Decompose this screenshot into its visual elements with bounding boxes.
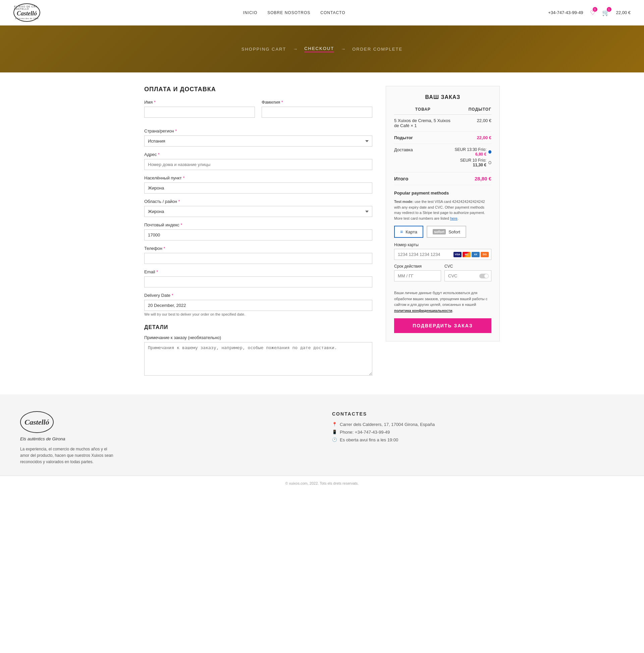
- email-input[interactable]: [144, 276, 372, 287]
- payment-tab-card[interactable]: ≡ Карта: [394, 226, 423, 238]
- total-value: 28,80 €: [452, 172, 492, 185]
- klarna-icon: ≡: [400, 229, 403, 235]
- cart-button[interactable]: 🛒 1: [602, 9, 610, 17]
- card-number-label: Номер карты: [394, 242, 492, 247]
- footer-description: La experiencia, el comercio de muchos añ…: [20, 446, 114, 465]
- footer-contact-hours: 🕐 Es oberta avui fins a les 19:00: [332, 437, 624, 442]
- footer-address-text: Carrer dels Calderers, 17, 17004 Girona,…: [340, 422, 435, 427]
- cart-amount: 22,00 €: [616, 10, 630, 15]
- payment-notice-link[interactable]: here: [450, 216, 457, 220]
- phone-input[interactable]: [144, 253, 372, 264]
- nav-sobre[interactable]: SOBRE NOSOTROS: [267, 10, 310, 15]
- item-price: 22,00 €: [452, 115, 492, 132]
- footer-phone-text: Phone: +34-747-43-99-49: [340, 430, 390, 435]
- logo-name: Castelló: [17, 10, 37, 17]
- postal-label: Почтовый индекс *: [144, 222, 372, 227]
- cvc-group: CVC: [445, 264, 492, 282]
- footer-contact-phone: 📱 Phone: +34-747-43-99-49: [332, 430, 624, 435]
- footer-logo-name: Castelló: [24, 418, 49, 427]
- privacy-note: Ваши личные данные будут использоваться …: [394, 290, 492, 314]
- delivery-label: Доставка: [394, 144, 452, 172]
- expiry-label: Срок действия: [394, 264, 441, 269]
- subtotal-value: 22,00 €: [452, 132, 492, 144]
- cvc-label: CVC: [445, 264, 492, 269]
- delivery-radio-selected[interactable]: [488, 150, 492, 153]
- nav-contacto[interactable]: CONTACTO: [320, 10, 345, 15]
- first-name-label: Имя *: [144, 100, 255, 105]
- payment-section: Popular payment methods Test mode: use t…: [394, 191, 492, 285]
- col-product: ТОВАР: [394, 107, 452, 115]
- order-title: ВАШ ЗАКАЗ: [394, 94, 492, 100]
- required-star: *: [172, 293, 173, 298]
- discover-icon: DIS: [481, 252, 489, 257]
- footer-hours-text: Es oberta avui fins a les 19:00: [340, 437, 398, 442]
- logo[interactable]: El Xixo de Can Castelló Castelló a Giron…: [14, 3, 40, 22]
- nav-inicio[interactable]: INICIO: [243, 10, 258, 15]
- required-star: *: [158, 152, 160, 157]
- breadcrumb-arrow-1: →: [293, 46, 297, 52]
- cvc-toggle[interactable]: [479, 274, 489, 279]
- item-name: 5 Xuixos de Crema, 5 Xuixos de Café × 1: [394, 115, 452, 132]
- subtotal-label: Подытог: [394, 132, 452, 144]
- header-right: +34-747-43-99-49 ♡ 0 🛒 1 22,00 €: [548, 9, 630, 17]
- total-label: Итого: [394, 172, 452, 185]
- city-input[interactable]: [144, 183, 372, 194]
- checkout-form: ОПЛАТА И ДОСТАВКА Имя * Фамилия * Страна…: [144, 86, 372, 381]
- cart-badge: 1: [607, 7, 612, 12]
- footer-logo-section: Castelló Els autèntics de Girona La expe…: [20, 411, 312, 465]
- phone-icon: 📱: [332, 430, 337, 434]
- expiry-input[interactable]: [394, 270, 441, 282]
- subtotal-row: Подытог 22,00 €: [394, 132, 492, 144]
- breadcrumb-checkout: CHECKOUT: [304, 46, 334, 52]
- logo-girona: a Girona des de 1998: [15, 17, 38, 20]
- breadcrumb-shopping-cart: SHOPPING CART: [241, 47, 286, 52]
- payment-title: Popular payment methods: [394, 191, 492, 196]
- address-input[interactable]: [144, 159, 372, 170]
- first-name-input[interactable]: [144, 107, 255, 118]
- delivery-date-input[interactable]: [144, 300, 372, 311]
- region-select[interactable]: Жирона: [144, 206, 372, 217]
- note-textarea[interactable]: [144, 342, 372, 376]
- required-star: *: [183, 175, 185, 180]
- payment-tab-card-label: Карта: [406, 229, 417, 235]
- delivery-options: SEUR 13:30 Frío: 6,80 € SEUR 10 Frío: 11…: [452, 144, 492, 172]
- confirm-button[interactable]: ПОДВЕРДИТЬ ЗАКАЗ: [394, 318, 492, 333]
- country-select[interactable]: Испания: [144, 136, 372, 147]
- wishlist-button[interactable]: ♡ 0: [590, 9, 595, 17]
- breadcrumb: SHOPPING CART → CHECKOUT → ORDER COMPLET…: [241, 46, 403, 52]
- card-number-group: Номер карты VISA MC AX DIS: [394, 242, 492, 260]
- address-label: Адрес *: [144, 152, 372, 157]
- table-row: 5 Xuixos de Crema, 5 Xuixos de Café × 1 …: [394, 115, 492, 132]
- last-name-input[interactable]: [262, 107, 372, 118]
- city-label: Населённый пункт *: [144, 175, 372, 180]
- cvc-toggle-dot: [484, 274, 488, 278]
- mastercard-icon: MC: [462, 252, 471, 257]
- copyright-text: © xuixos.com, 2022. Tots els drets reser…: [285, 481, 359, 485]
- breadcrumb-arrow-2: →: [341, 46, 345, 52]
- amex-icon: AX: [472, 252, 480, 257]
- footer-tagline: Els autèntics de Girona: [20, 436, 312, 441]
- email-label: Email *: [144, 269, 372, 274]
- delivery-radio-unselected[interactable]: [488, 161, 492, 164]
- main-nav: INICIO SOBRE NOSOTROS CONTACTO: [243, 10, 345, 15]
- phone-number: +34-747-43-99-49: [548, 10, 583, 15]
- delivery-row: Доставка SEUR 13:30 Frío: 6,80 € SEUR 10…: [394, 144, 492, 172]
- postal-input[interactable]: [144, 229, 372, 240]
- payment-tab-sofort[interactable]: sofort Sofort: [427, 226, 466, 238]
- hero-banner: SHOPPING CART → CHECKOUT → ORDER COMPLET…: [0, 25, 644, 72]
- footer-logo: Castelló: [20, 411, 54, 433]
- order-table: ТОВАР ПОДЫТОГ 5 Xuixos de Crema, 5 Xuixo…: [394, 107, 492, 185]
- sofort-icon: sofort: [433, 229, 446, 235]
- order-summary: ВАШ ЗАКАЗ ТОВАР ПОДЫТОГ 5 Xuixos de Crem…: [386, 86, 500, 341]
- header: El Xixo de Can Castelló Castelló a Giron…: [0, 0, 644, 25]
- required-star: *: [175, 128, 177, 134]
- expiry-group: Срок действия: [394, 264, 441, 282]
- delivery-date-hint: We will try our best to deliver your ord…: [144, 312, 372, 316]
- footer-contacts: CONTACTES 📍 Carrer dels Calderers, 17, 1…: [332, 411, 624, 465]
- details-title: ДЕТАЛИ: [144, 324, 372, 330]
- footer-contacts-title: CONTACTES: [332, 411, 624, 416]
- total-row: Итого 28,80 €: [394, 172, 492, 185]
- country-label: Страна/регион *: [144, 128, 372, 134]
- privacy-link[interactable]: политика конфиденциальности: [394, 309, 452, 313]
- payment-tab-sofort-label: Sofort: [449, 229, 460, 235]
